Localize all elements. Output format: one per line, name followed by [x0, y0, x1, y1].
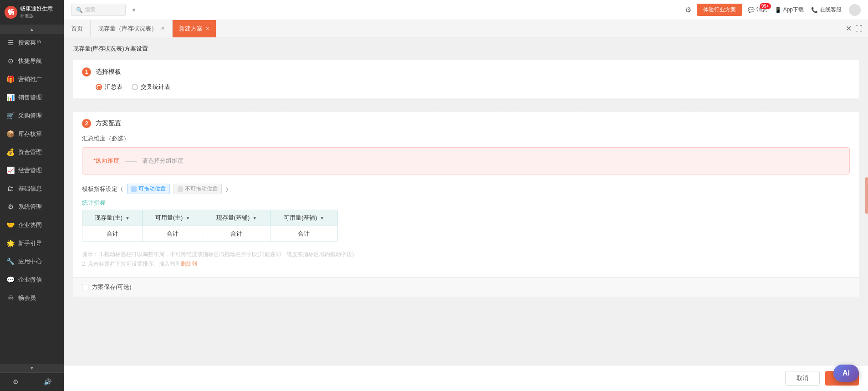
topbar-gear-icon[interactable]: ⚙ [685, 5, 691, 14]
dropdown-arrow-icon: ▼ [131, 7, 137, 13]
col-4-dropdown-icon[interactable]: ▼ [320, 216, 324, 221]
col-header-2[interactable]: 可用量(主) ▼ [143, 210, 203, 226]
weixin-icon: 💬 [6, 276, 15, 284]
sidebar-item-appcenter[interactable]: 🔧 应用中心 [0, 252, 64, 271]
trial-industry-button[interactable]: 体验行业方案 [697, 4, 742, 16]
cell-1-4: 合计 [270, 226, 337, 242]
col-1-dropdown-icon[interactable]: ▼ [125, 216, 130, 221]
col-header-3[interactable]: 现存量(基辅) ▼ [203, 210, 270, 226]
sidebar-bottom: ⚙ 🔊 [0, 372, 64, 391]
sidebar-item-label: 采购管理 [18, 112, 42, 120]
sidebar-item-sales[interactable]: 📊 销售管理 [0, 88, 64, 107]
col-2-dropdown-icon[interactable]: ▼ [185, 216, 190, 221]
right-scroll-indicator [865, 177, 868, 214]
cell-1-1: 合计 [82, 226, 143, 242]
dimension-row: *纵向维度 —— 请选择分组维度 [93, 157, 838, 165]
sidebar-item-member[interactable]: ♾ 畅会员 [0, 289, 64, 307]
topbar-service-btn[interactable]: 📞 在线客服 [811, 6, 842, 14]
sidebar-item-newguide[interactable]: 🌟 新手引导 [0, 234, 64, 252]
sidebar-item-label: 销售管理 [18, 93, 42, 102]
draggable-box [131, 186, 137, 192]
sidebar-scroll-up[interactable]: ▲ [0, 25, 64, 34]
sidebar-item-label: 畅会员 [18, 294, 36, 302]
sidebar-item-system[interactable]: ⚙ 系统管理 [0, 198, 64, 216]
user-avatar[interactable] [849, 4, 861, 16]
sidebar-item-label: 经营管理 [18, 166, 42, 175]
member-icon: ♾ [6, 294, 15, 302]
stats-section-label: 统计指标 [82, 199, 850, 207]
radio-cross-circle [132, 84, 138, 90]
step1-badge: 1 [82, 67, 91, 77]
indicator-setting-row: 模板指标设定（ 可拖动位置 不可拖动位置 ） [82, 184, 850, 194]
search-menu-icon: ☰ [6, 39, 15, 47]
sidebar-item-cooperation[interactable]: 🤝 企业协同 [0, 216, 64, 234]
sidebar-item-management[interactable]: 📈 经营管理 [0, 161, 64, 180]
sidebar-logo: 畅 畅康通好生意 标准版 [0, 0, 64, 25]
tab-home[interactable]: 首页 [64, 20, 91, 37]
save-option-row: 方案保存(可选) [73, 277, 859, 297]
sidebar-scroll-down[interactable]: ▼ [0, 364, 64, 372]
sidebar-item-label: 应用中心 [18, 257, 42, 266]
sidebar-item-purchase[interactable]: 🛒 采购管理 [0, 107, 64, 125]
topbar-message-btn[interactable]: 💬 消息 99+ [748, 6, 767, 14]
main-area: 🔍 搜索 ▼ ⚙ 体验行业方案 💬 消息 99+ 📱 App下载 📞 在线客服 [64, 0, 868, 391]
template-radio-group: 汇总表 交叉统计表 [96, 83, 850, 91]
col-3-dropdown-icon[interactable]: ▼ [252, 216, 257, 221]
topbar-search-box[interactable]: 🔍 搜索 [71, 4, 126, 16]
col-1-label: 现存量(主) [95, 214, 123, 222]
col-header-4[interactable]: 可用量(基辅) ▼ [270, 210, 337, 226]
cooperation-icon: 🤝 [6, 221, 15, 229]
radio-summary-label: 汇总表 [105, 83, 123, 91]
message-icon: 💬 [748, 7, 755, 13]
ai-bubble[interactable]: Ai [833, 365, 859, 382]
stats-table: 现存量(主) ▼ 可用量(主) ▼ [82, 210, 337, 242]
message-badge: 99+ [760, 3, 771, 9]
sidebar-item-quicknav[interactable]: ⊙ 快捷导航 [0, 52, 64, 70]
indicator-suffix: ） [225, 185, 231, 193]
appdownload-icon: 📱 [775, 7, 781, 13]
col-header-1[interactable]: 现存量(主) ▼ [82, 210, 143, 226]
tab-inventory-label: 现存量（库存状况表） [98, 25, 157, 33]
marketing-icon: 🎁 [6, 75, 15, 83]
sidebar-item-inventory[interactable]: 📦 库存核算 [0, 125, 64, 143]
service-icon: 📞 [811, 7, 818, 13]
sidebar-item-finance[interactable]: 💰 资金管理 [0, 143, 64, 161]
app-edition: 标准版 [20, 13, 53, 19]
col-2-label: 可用量(主) [155, 214, 183, 222]
tab-expand-button[interactable]: ⛶ [855, 25, 863, 33]
sidebar-item-label: 新手引导 [18, 239, 42, 247]
save-option-checkbox[interactable] [82, 284, 88, 290]
tab-new-close-icon[interactable]: ✕ [205, 26, 209, 31]
tabbar-actions: ✕ ⛶ [846, 24, 868, 33]
sidebar-item-search[interactable]: ☰ 搜索菜单 [0, 34, 64, 52]
step2-title: 方案配置 [96, 119, 121, 128]
sidebar-settings-btn[interactable]: ⚙ [9, 376, 22, 387]
radio-cross-table[interactable]: 交叉统计表 [132, 83, 170, 91]
footer-bar: 取消 查询 [64, 365, 868, 391]
draggable-label: 可拖动位置 [138, 185, 166, 193]
dimension-selector-box[interactable]: *纵向维度 —— 请选择分组维度 [82, 147, 850, 175]
tab-new-plan[interactable]: 新建方案 ✕ [173, 20, 216, 37]
sidebar-item-label: 基础信息 [18, 185, 42, 193]
tip-2: 2. 点击标题栏下拉可设置排序、插入列和删除列 [82, 260, 850, 268]
topbar-appdownload-btn[interactable]: 📱 App下载 [775, 6, 804, 14]
cancel-button[interactable]: 取消 [785, 371, 820, 386]
radio-summary-table[interactable]: 汇总表 [96, 83, 123, 91]
sidebar-item-basicinfo[interactable]: 🗂 基础信息 [0, 180, 64, 198]
search-icon: 🔍 [76, 7, 83, 13]
finance-icon: 💰 [6, 148, 15, 156]
tab-inventory-status[interactable]: 现存量（库存状况表） ✕ [91, 20, 173, 37]
dimension-label: *纵向维度 [93, 157, 119, 165]
dimension-divider: —— [125, 158, 137, 165]
sidebar-item-marketing[interactable]: 🎁 营销推广 [0, 70, 64, 88]
step2-section: 2 方案配置 汇总维度（必选） *纵向维度 —— 请选择分组维度 模板指标设定（… [73, 112, 859, 277]
sidebar-audio-btn[interactable]: 🔊 [40, 376, 55, 387]
tab-close-button[interactable]: ✕ [846, 24, 852, 33]
quicknav-icon: ⊙ [6, 57, 15, 65]
tab-inventory-close-icon[interactable]: ✕ [161, 26, 165, 31]
step1-title: 选择模板 [96, 68, 121, 76]
content-area: 现存量(库存状况表)方案设置 1 选择模板 汇总表 交叉统计表 [64, 37, 868, 365]
management-icon: 📈 [6, 166, 15, 175]
sidebar-nav: ☰ 搜索菜单 ⊙ 快捷导航 🎁 营销推广 📊 销售管理 🛒 采购管理 📦 库存核… [0, 34, 64, 364]
sidebar-item-weixin[interactable]: 💬 企业微信 [0, 271, 64, 289]
